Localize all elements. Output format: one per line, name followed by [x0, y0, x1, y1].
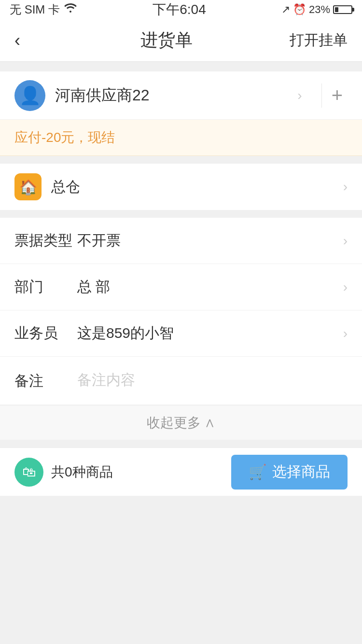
open-pending-button[interactable]: 打开挂单: [290, 30, 348, 50]
warehouse-chevron-icon: ›: [343, 179, 348, 195]
nav-bar: ‹ 进货单 打开挂单: [0, 19, 362, 62]
section-gap-2: [0, 156, 362, 164]
supplier-name: 河南供应商22: [55, 85, 297, 106]
supplier-chevron-icon: ›: [297, 88, 302, 103]
alarm-icon: ⏰: [293, 3, 306, 16]
notice-bar: 应付-20元，现结: [0, 120, 362, 156]
invoice-type-chevron-icon: ›: [343, 233, 348, 249]
salesperson-row[interactable]: 业务员 这是859的小智 ›: [0, 310, 362, 357]
salesperson-value: 这是859的小智: [77, 323, 343, 343]
section-gap-1: [0, 62, 362, 71]
status-time: 下午6:04: [153, 0, 206, 19]
warehouse-row[interactable]: 🏠 总仓 ›: [0, 164, 362, 210]
department-value: 总 部: [77, 277, 343, 297]
salesperson-label: 业务员: [14, 323, 77, 343]
warehouse-name: 总仓: [51, 177, 343, 197]
battery-percent: 23%: [309, 3, 330, 16]
select-product-button[interactable]: 🛒 选择商品: [231, 455, 348, 490]
select-btn-label: 选择商品: [272, 462, 330, 482]
salesperson-chevron-icon: ›: [343, 326, 348, 341]
product-emoji-icon: 🛍: [22, 464, 36, 480]
invoice-type-row[interactable]: 票据类型 不开票 ›: [0, 218, 362, 264]
location-icon: ↗: [281, 3, 290, 16]
battery-indicator: [333, 5, 352, 14]
wifi-icon: [64, 3, 77, 16]
status-left: 无 SIM 卡: [10, 2, 77, 17]
remarks-label: 备注: [14, 370, 77, 391]
invoice-type-value: 不开票: [77, 231, 343, 251]
product-count-text: 共0种商品: [51, 463, 113, 481]
page-title: 进货单: [140, 28, 193, 52]
warehouse-section: 🏠 总仓 ›: [0, 164, 362, 210]
select-btn-icon: 🛒: [249, 463, 266, 480]
warehouse-icon: 🏠: [14, 173, 42, 200]
sim-status: 无 SIM 卡: [10, 2, 60, 17]
add-supplier-button[interactable]: +: [327, 84, 348, 106]
bottom-bar: 🛍 共0种商品 🛒 选择商品: [0, 448, 362, 496]
supplier-avatar: 👤: [14, 80, 45, 111]
supplier-divider: [321, 84, 322, 108]
section-gap-4: [0, 440, 362, 448]
department-label: 部门: [14, 277, 77, 297]
remarks-input[interactable]: 备注内容: [77, 370, 348, 390]
department-row[interactable]: 部门 总 部 ›: [0, 264, 362, 310]
status-right: ↗ ⏰ 23%: [281, 3, 352, 16]
product-icon: 🛍: [14, 458, 43, 487]
avatar-icon: 👤: [19, 85, 41, 106]
status-bar: 无 SIM 卡 下午6:04 ↗ ⏰ 23%: [0, 0, 362, 19]
form-section: 票据类型 不开票 › 部门 总 部 › 业务员 这是859的小智 › 备注 备注…: [0, 218, 362, 405]
supplier-row[interactable]: 👤 河南供应商22 › +: [0, 71, 362, 120]
remarks-row[interactable]: 备注 备注内容: [0, 357, 362, 405]
supplier-section: 👤 河南供应商22 › + 应付-20元，现结: [0, 71, 362, 156]
warehouse-emoji-icon: 🏠: [19, 179, 37, 196]
product-count-section: 🛍 共0种商品: [14, 458, 113, 487]
page-background: [0, 496, 362, 641]
section-gap-3: [0, 210, 362, 218]
department-chevron-icon: ›: [343, 280, 348, 295]
back-button[interactable]: ‹: [14, 30, 43, 51]
invoice-type-label: 票据类型: [14, 231, 77, 251]
collapse-button[interactable]: 收起更多 ∧: [0, 405, 362, 440]
